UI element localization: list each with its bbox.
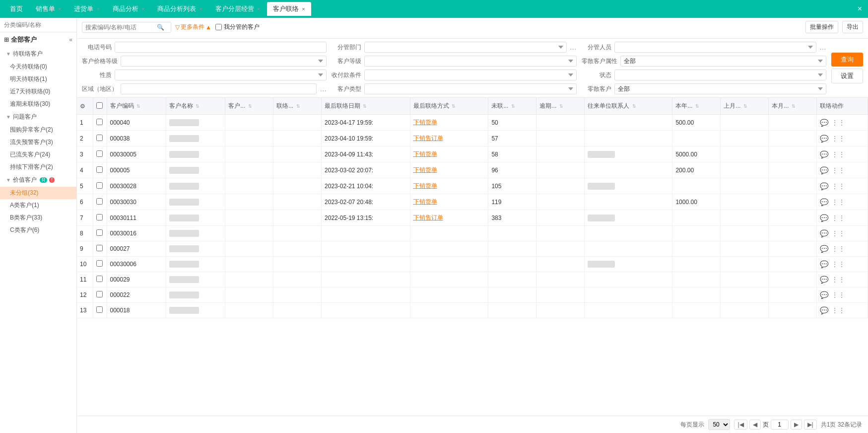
customer-level-select[interactable] xyxy=(364,56,576,67)
col-unit-contact[interactable]: 往来单位联系人 ⇅ xyxy=(585,98,672,115)
row-checkbox[interactable] xyxy=(96,198,103,205)
more-action-icon[interactable]: ⋮⋮ xyxy=(831,245,845,253)
phone-action-icon[interactable]: 💬 xyxy=(820,260,828,268)
phone-action-icon[interactable]: 💬 xyxy=(820,135,828,143)
phone-input[interactable] xyxy=(115,42,327,53)
col-this-year[interactable]: 本年... ⇅ xyxy=(672,98,721,115)
sidebar-item-churn-warning[interactable]: 流失预警客户(3) xyxy=(0,136,76,148)
row-checkbox[interactable] xyxy=(96,229,103,236)
export-button[interactable]: 导出 xyxy=(842,21,863,33)
customer-type-select[interactable] xyxy=(364,83,576,94)
row-checkbox[interactable] xyxy=(96,306,103,313)
query-button[interactable]: 查询 xyxy=(831,53,863,67)
sidebar-item-ungroup[interactable]: 未分组(32) xyxy=(0,187,76,199)
phone-action-icon[interactable]: 💬 xyxy=(820,150,828,158)
page-prev-btn[interactable]: ◀ xyxy=(749,420,761,430)
batch-ops-button[interactable]: 批量操作 xyxy=(805,21,838,33)
last-method-link[interactable]: 下销售订单 xyxy=(413,214,443,221)
col-name[interactable]: 客户名称 ⇅ xyxy=(166,98,225,115)
sidebar-item-tomorrow[interactable]: 明天待联络(1) xyxy=(0,73,76,85)
phone-action-icon[interactable]: 💬 xyxy=(820,291,828,299)
col-code[interactable]: 客户编码 ⇅ xyxy=(107,98,166,115)
sidebar-item-type-a[interactable]: A类客户(1) xyxy=(0,199,76,212)
region-dots[interactable]: … xyxy=(320,85,327,93)
nav-analysis-list[interactable]: 商品分析列表 × xyxy=(151,2,208,16)
nav-purchase[interactable]: 进货单 × xyxy=(68,2,105,16)
more-action-icon[interactable]: ⋮⋮ xyxy=(831,214,845,222)
more-action-icon[interactable]: ⋮⋮ xyxy=(831,306,845,314)
row-checkbox[interactable] xyxy=(96,182,103,189)
per-page-select[interactable]: 50 xyxy=(708,419,730,430)
row-checkbox[interactable] xyxy=(96,214,103,220)
last-method-link[interactable]: 下销货单 xyxy=(413,166,437,173)
phone-action-icon[interactable]: 💬 xyxy=(820,276,828,284)
page-first-btn[interactable]: |◀ xyxy=(734,420,747,430)
nav-analysis[interactable]: 商品分析 × xyxy=(107,2,150,16)
col-last-month[interactable]: 上月... ⇅ xyxy=(721,98,769,115)
nav-sales[interactable]: 销售单 × xyxy=(30,2,67,16)
retail-customer-select[interactable]: 全部 xyxy=(614,83,826,94)
sidebar-item-churned[interactable]: 已流失客户(24) xyxy=(0,148,76,161)
last-method-link[interactable]: 下销售订单 xyxy=(413,135,443,142)
nav-analysis-close[interactable]: × xyxy=(141,6,144,12)
main-search-icon[interactable]: 🔍 xyxy=(157,24,164,31)
more-action-icon[interactable]: ⋮⋮ xyxy=(831,291,845,299)
all-customers-header[interactable]: ⊞ 全部客户 « xyxy=(0,32,76,47)
row-checkbox[interactable] xyxy=(96,150,103,157)
nav-purchase-close[interactable]: × xyxy=(96,6,99,12)
col-last-date[interactable]: 最后联络日期 ⇅ xyxy=(322,98,410,115)
dept-select[interactable] xyxy=(364,42,566,53)
phone-action-icon[interactable]: 💬 xyxy=(820,119,828,127)
select-all-checkbox[interactable] xyxy=(96,102,103,109)
last-method-link[interactable]: 下销货单 xyxy=(413,182,437,189)
my-customers-check[interactable] xyxy=(215,24,222,30)
col-last-method[interactable]: 最后联络方式 ⇅ xyxy=(410,98,488,115)
col-type[interactable]: 客户... ⇅ xyxy=(225,98,273,115)
collapse-icon[interactable]: « xyxy=(69,36,72,43)
col-no-contact[interactable]: 未联... ⇅ xyxy=(488,98,536,115)
last-method-link[interactable]: 下销货单 xyxy=(413,198,437,205)
last-method-link[interactable]: 下销货单 xyxy=(413,150,437,157)
col-overdue[interactable]: 逾期... ⇅ xyxy=(536,98,585,115)
sidebar-item-overdue[interactable]: 逾期未联络(30) xyxy=(0,98,76,110)
page-last-btn[interactable]: ▶| xyxy=(804,420,817,430)
more-action-icon[interactable]: ⋮⋮ xyxy=(831,119,845,127)
nav-customer-contact[interactable]: 客户联络 × xyxy=(267,2,311,16)
row-checkbox[interactable] xyxy=(96,260,103,267)
my-customers-checkbox[interactable]: 我分管的客户 xyxy=(215,23,260,31)
sidebar-group-problem[interactable]: ▼ 问题客户 xyxy=(0,110,76,124)
dept-dots[interactable]: … xyxy=(570,43,577,51)
sidebar-item-7days[interactable]: 近7天待联络(0) xyxy=(0,85,76,98)
more-action-icon[interactable]: ⋮⋮ xyxy=(831,229,845,237)
row-checkbox[interactable] xyxy=(96,276,103,282)
more-conditions-btn[interactable]: ▽ 更多条件 ▲ xyxy=(175,23,211,31)
col-contact[interactable]: 联络... ⇅ xyxy=(273,98,322,115)
window-close-button[interactable]: × xyxy=(856,2,864,15)
price-level-select[interactable] xyxy=(121,56,327,67)
manager-dots[interactable]: … xyxy=(819,43,826,51)
payment-select[interactable] xyxy=(364,70,576,80)
phone-action-icon[interactable]: 💬 xyxy=(820,306,828,314)
manager-select[interactable] xyxy=(614,42,816,53)
phone-action-icon[interactable]: 💬 xyxy=(820,214,828,222)
sidebar-item-type-b[interactable]: B类客户(33) xyxy=(0,212,76,224)
retail-attr-select[interactable]: 全部 xyxy=(620,56,826,67)
sidebar-group-value[interactable]: ▼ 价值客户 R ! xyxy=(0,173,76,187)
row-checkbox[interactable] xyxy=(96,135,103,141)
more-action-icon[interactable]: ⋮⋮ xyxy=(831,182,845,190)
page-next-btn[interactable]: ▶ xyxy=(791,420,802,430)
sidebar-item-today[interactable]: 今天待联络(0) xyxy=(0,61,76,73)
more-action-icon[interactable]: ⋮⋮ xyxy=(831,260,845,268)
row-checkbox[interactable] xyxy=(96,291,103,297)
status-select[interactable] xyxy=(614,70,826,80)
row-checkbox[interactable] xyxy=(96,245,103,251)
region-input[interactable] xyxy=(121,83,317,94)
nav-customer-tier[interactable]: 客户分层经营 × xyxy=(209,2,266,16)
more-action-icon[interactable]: ⋮⋮ xyxy=(831,150,845,158)
nature-select[interactable] xyxy=(115,70,327,80)
phone-action-icon[interactable]: 💬 xyxy=(820,229,828,237)
more-action-icon[interactable]: ⋮⋮ xyxy=(831,166,845,174)
phone-action-icon[interactable]: 💬 xyxy=(820,182,828,190)
reset-button[interactable]: 设置 xyxy=(831,69,863,83)
sidebar-item-abnormal[interactable]: 囤购异常客户(2) xyxy=(0,124,76,136)
